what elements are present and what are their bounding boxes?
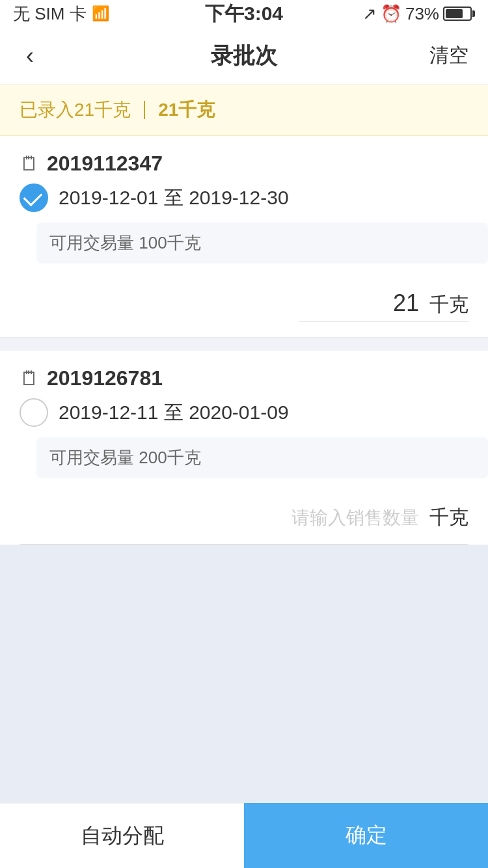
batch-1-radio[interactable] (20, 183, 48, 212)
battery-indicator (443, 7, 475, 21)
batch-item-1: 🗒 2019112347 2019-12-01 至 2019-12-30 (0, 136, 488, 223)
batch-item-2: 🗒 2019126781 2019-12-11 至 2020-01-09 (0, 351, 488, 437)
batch-1-header: 🗒 2019112347 (20, 152, 468, 176)
back-button[interactable]: ‹ (20, 36, 40, 76)
summary-divider (144, 101, 145, 119)
batch-2-radio[interactable] (20, 398, 48, 427)
status-right: ↗ ⏰ 73% (362, 4, 475, 24)
status-bar: 无 SIM 卡 📶 下午3:04 ↗ ⏰ 73% (0, 0, 488, 27)
batch-1-date-row: 2019-12-01 至 2019-12-30 (20, 183, 468, 212)
confirm-label: 确定 (346, 821, 387, 850)
batch-2-date: 2019-12-11 至 2020-01-09 (59, 400, 289, 426)
batch-1-quantity-value: 21 (393, 290, 419, 317)
status-time: 下午3:04 (205, 1, 283, 27)
batch-2-quantity-input[interactable] (224, 508, 419, 528)
batch-1-quantity-row: 21 千克 (0, 277, 488, 338)
clear-button[interactable]: 清空 (429, 42, 468, 69)
batch-1-date: 2019-12-01 至 2019-12-30 (59, 185, 289, 211)
batch-1-icon: 🗒 (20, 153, 39, 175)
batch-1-availability: 可用交易量 100千克 (36, 223, 488, 264)
summary-bar: 已录入21千克 21千克 (0, 85, 488, 136)
alarm-icon: ⏰ (381, 4, 401, 24)
batch-1-id: 2019112347 (47, 152, 163, 176)
page-title: 录批次 (211, 41, 277, 71)
separator-1 (0, 338, 488, 351)
wifi-icon: 📶 (92, 5, 109, 22)
batch-2-input-line: 千克 (20, 491, 468, 545)
batch-2-header: 🗒 2019126781 (20, 366, 468, 390)
batch-2-availability-wrapper: 可用交易量 200千克 (0, 437, 488, 491)
summary-value: 21千克 (158, 98, 215, 122)
summary-recorded-label: 已录入21千克 (20, 98, 131, 122)
battery-percent: 73% (405, 4, 439, 24)
location-icon: ↗ (362, 4, 377, 24)
bottom-bar: 自动分配 确定 (0, 803, 488, 868)
batch-2-availability: 可用交易量 200千克 (36, 437, 488, 478)
batch-2-date-row: 2019-12-11 至 2020-01-09 (20, 398, 468, 427)
status-left: 无 SIM 卡 📶 (13, 3, 109, 25)
batch-2-icon: 🗒 (20, 368, 39, 390)
content-area: 🗒 2019112347 2019-12-01 至 2019-12-30 可用交… (0, 136, 488, 868)
batch-2-unit: 千克 (429, 504, 468, 531)
auto-distribute-label: 自动分配 (81, 822, 164, 850)
empty-area (0, 545, 488, 803)
batch-1-availability-wrapper: 可用交易量 100千克 (0, 223, 488, 277)
batch-1-quantity-unit: 千克 (429, 292, 468, 318)
auto-distribute-button[interactable]: 自动分配 (0, 803, 244, 868)
nav-bar: ‹ 录批次 清空 (0, 27, 488, 85)
batch-2-id: 2019126781 (47, 366, 163, 390)
confirm-button[interactable]: 确定 (244, 803, 488, 868)
page-container: 无 SIM 卡 📶 下午3:04 ↗ ⏰ 73% ‹ 录批次 清空 已录入21千… (0, 0, 488, 868)
sim-label: 无 SIM 卡 (13, 3, 87, 25)
batch-2-input-section: 千克 (0, 491, 488, 545)
